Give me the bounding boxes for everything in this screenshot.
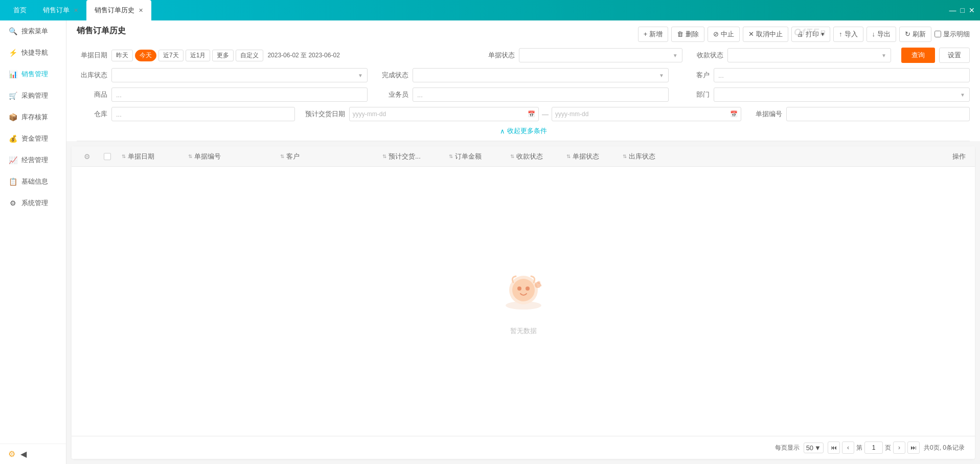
tab-sales-history-label: 销售订单历史 xyxy=(95,6,134,15)
ship-status-select[interactable]: ▼ xyxy=(111,68,368,82)
table-settings-icon[interactable]: ⚙ xyxy=(84,152,90,161)
table-header: ⚙ ⇅ 单据日期 ⇅ 单据编号 ⇅ 客户 xyxy=(72,146,975,167)
maximize-icon[interactable]: □ xyxy=(961,6,965,14)
sidebar-collapse-icon[interactable]: ◀ xyxy=(20,449,27,459)
sidebar-item-purchase[interactable]: 🛒 采购管理 xyxy=(0,85,66,106)
system-icon: ⚙ xyxy=(8,199,17,207)
calendar-to-icon: 📅 xyxy=(730,111,738,118)
th-number-sort-icon[interactable]: ⇅ xyxy=(188,153,192,159)
th-date: ⇅ 单据日期 xyxy=(118,152,184,161)
delete-button[interactable]: 🗑 删除 xyxy=(671,27,704,42)
bill-status-select[interactable]: ▼ xyxy=(519,48,682,62)
complete-status-arrow: ▼ xyxy=(659,73,664,78)
date-btn-1month[interactable]: 近1月 xyxy=(186,50,211,61)
date-btn-today[interactable]: 今天 xyxy=(135,50,156,61)
sidebar-item-sales[interactable]: 📊 销售管理 xyxy=(0,63,66,85)
per-page-select[interactable]: 50 ▼ xyxy=(804,443,824,453)
filter-bill-date: 单据日期 昨天 今天 近7天 近1月 更多 自定义 2023-06-02 至 2… xyxy=(77,50,474,61)
date-btn-7days[interactable]: 近7天 xyxy=(158,50,184,61)
print-icon: 🖨 xyxy=(797,30,804,38)
goods-input[interactable]: ... xyxy=(111,87,368,102)
tab-sales-history[interactable]: 销售订单历史 ✕ xyxy=(86,0,151,20)
delivery-date-from-input[interactable]: yyyy-mm-dd 📅 xyxy=(349,107,539,121)
pagination-nav: ⏮ ‹ 第 页 › ⏭ xyxy=(828,441,920,454)
delete-label: 删除 xyxy=(686,30,699,39)
next-page-button[interactable]: › xyxy=(893,441,905,454)
tab-sales-history-close[interactable]: ✕ xyxy=(139,7,143,14)
show-detail-input[interactable] xyxy=(935,31,941,37)
th-payment-sort-icon[interactable]: ⇅ xyxy=(510,153,514,159)
sidebar-item-system-label: 系统管理 xyxy=(21,198,48,208)
sidebar-item-inventory[interactable]: 📦 库存核算 xyxy=(0,106,66,128)
th-customer-label: 客户 xyxy=(286,152,300,161)
minimize-icon[interactable]: — xyxy=(949,6,956,14)
new-button[interactable]: + 新增 xyxy=(638,27,669,42)
collapse-up-icon: ∧ xyxy=(500,127,505,135)
th-customer-sort-icon[interactable]: ⇅ xyxy=(280,153,284,159)
sidebar-settings-icon[interactable]: ⚙ xyxy=(8,449,15,459)
cancel-stop-button[interactable]: ✕ 取消中止 xyxy=(743,27,788,42)
th-delivery-sort-icon[interactable]: ⇅ xyxy=(382,153,386,159)
th-number: ⇅ 单据编号 xyxy=(184,152,276,161)
warehouse-label: 仓库 xyxy=(77,109,107,119)
refresh-button[interactable]: ↻ 刷新 xyxy=(899,27,931,42)
calendar-from-icon: 📅 xyxy=(528,111,535,118)
tab-sales-order[interactable]: 销售订单 ✕ xyxy=(35,0,86,20)
warehouse-dots: ... xyxy=(116,111,122,118)
sidebar-item-system[interactable]: ⚙ 系统管理 xyxy=(0,192,66,214)
th-customer: ⇅ 客户 xyxy=(276,152,378,161)
tab-home[interactable]: 首页 xyxy=(5,0,35,20)
date-btn-more[interactable]: 更多 xyxy=(212,50,234,61)
salesperson-input[interactable]: ... xyxy=(413,87,669,102)
collapse-row: ∧ 收起更多条件 xyxy=(77,126,970,136)
search-menu-icon: 🔍 xyxy=(8,27,17,35)
first-page-button[interactable]: ⏮ xyxy=(828,441,840,454)
stop-button[interactable]: ⊘ 中止 xyxy=(708,27,740,42)
sidebar-item-search-menu[interactable]: 🔍 搜索菜单 xyxy=(0,20,66,42)
th-action-label: 操作 xyxy=(952,152,966,161)
th-status-sort-icon[interactable]: ⇅ xyxy=(566,153,571,159)
import-button[interactable]: ↑ 导入 xyxy=(833,27,863,42)
sidebar-item-quick-nav[interactable]: ⚡ 快捷导航 xyxy=(0,42,66,63)
bill-status-label: 单据状态 xyxy=(484,51,515,60)
delivery-date-to-input[interactable]: yyyy-mm-dd 📅 xyxy=(552,107,741,121)
select-all-checkbox[interactable] xyxy=(104,153,111,160)
th-date-sort-icon[interactable]: ⇅ xyxy=(122,153,126,159)
th-date-label: 单据日期 xyxy=(128,152,154,161)
settings-button[interactable]: 设置 xyxy=(939,48,970,63)
sidebar-item-operations[interactable]: 📈 经营管理 xyxy=(0,149,66,171)
date-btn-custom[interactable]: 自定义 xyxy=(236,50,263,61)
basic-info-icon: 📋 xyxy=(8,178,17,186)
tab-bar: 首页 销售订单 ✕ 销售订单历史 ✕ xyxy=(5,0,949,20)
cancel-stop-icon: ✕ xyxy=(748,30,754,38)
sidebar-item-finance[interactable]: 💰 资金管理 xyxy=(0,128,66,149)
collapse-button[interactable]: ∧ 收起更多条件 xyxy=(500,126,547,136)
query-button[interactable]: 查询 xyxy=(901,48,935,63)
th-amount-sort-icon[interactable]: ⇅ xyxy=(449,153,453,159)
last-page-button[interactable]: ⏭ xyxy=(907,441,920,454)
sidebar-item-sales-label: 销售管理 xyxy=(21,70,48,79)
pagination: 每页显示 50 ▼ ⏮ ‹ 第 页 › ⏭ 共0页, 0条记录 xyxy=(72,436,975,459)
window-controls: — □ ✕ xyxy=(949,6,975,14)
toolbar: + 新增 🗑 删除 ⊘ 中止 ✕ 取消中止 xyxy=(638,27,970,42)
sidebar-item-basic-info[interactable]: 📋 基础信息 xyxy=(0,171,66,192)
purchase-icon: 🛒 xyxy=(8,92,17,100)
tab-sales-order-close[interactable]: ✕ xyxy=(74,7,78,14)
warehouse-input[interactable]: ... xyxy=(111,107,295,121)
prev-page-button[interactable]: ‹ xyxy=(842,441,854,454)
th-shipment-sort-icon[interactable]: ⇅ xyxy=(623,153,627,159)
receipt-status-select[interactable]: ▼ xyxy=(727,48,891,62)
bill-number-input[interactable] xyxy=(786,107,970,121)
delivery-date-label: 预计交货日期 xyxy=(305,109,345,119)
department-select[interactable]: ▼ xyxy=(714,87,970,102)
print-button[interactable]: 🖨 打印 ▾ xyxy=(791,27,830,42)
receipt-status-arrow: ▼ xyxy=(881,53,886,58)
page-number-input[interactable] xyxy=(864,441,883,454)
complete-status-select[interactable]: ▼ xyxy=(413,68,669,82)
show-detail-checkbox[interactable]: 显示明细 xyxy=(935,30,970,39)
filter-query-actions: 查询 设置 xyxy=(901,48,970,63)
close-icon[interactable]: ✕ xyxy=(969,6,975,14)
customer-input[interactable]: ... xyxy=(714,68,970,82)
export-button[interactable]: ↓ 导出 xyxy=(867,27,897,42)
date-btn-yesterday[interactable]: 昨天 xyxy=(111,50,133,61)
